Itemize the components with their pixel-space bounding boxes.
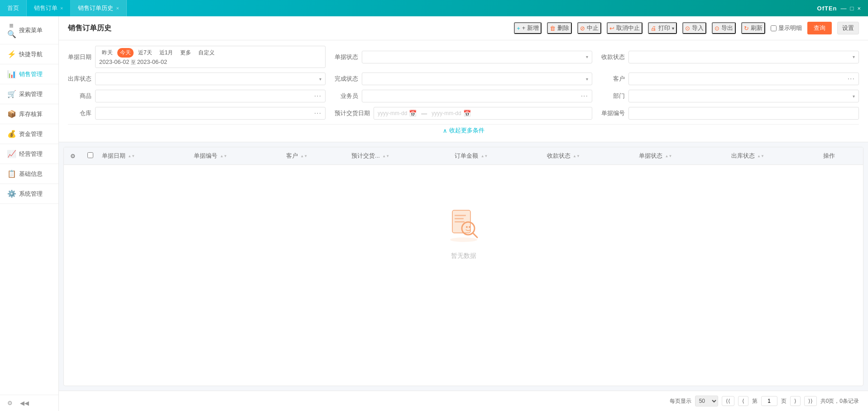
date-tab-1month[interactable]: 近1月: [157, 48, 176, 58]
tab-sales-order[interactable]: 销售订单 ×: [27, 0, 71, 16]
sidebar-item-operations[interactable]: 📈 经营管理: [0, 144, 58, 164]
base-info-icon: 📋: [7, 169, 15, 178]
customer-control[interactable]: ···: [628, 73, 859, 85]
page-size-select[interactable]: 50 20 100: [695, 396, 718, 406]
filter-department-item: 部门 ▾: [601, 90, 859, 102]
collapse-icon: ∧: [443, 127, 447, 134]
department-control[interactable]: ▾: [628, 90, 859, 102]
sidebar-item-system[interactable]: ⚙️ 系统管理: [0, 184, 58, 204]
sidebar-item-search-menu[interactable]: ≡🔍 搜索菜单: [0, 16, 58, 44]
col-bill-number-sort[interactable]: ▲▼: [220, 155, 227, 158]
export-button[interactable]: ⊙ 导出: [712, 22, 736, 34]
select-all-checkbox[interactable]: [87, 152, 93, 158]
prev-page-btn[interactable]: ⟨: [738, 396, 748, 406]
top-bar-right: OfTEn — □ ×: [817, 5, 868, 12]
export-icon: ⊙: [715, 25, 719, 32]
col-customer: 客户 ▲▼: [283, 147, 348, 165]
tab-sales-order-close[interactable]: ×: [60, 5, 63, 11]
tab-home[interactable]: 首页: [0, 0, 27, 16]
sidebar-footer: ⚙ ◀◀: [0, 395, 58, 411]
next-page-btn[interactable]: ⟩: [790, 396, 801, 406]
payment-status-arrow: ▾: [853, 54, 855, 59]
table-checkbox-col[interactable]: [82, 147, 98, 165]
content-area: 销售订单历史 + + 新增 🗑 删除 ⊘ 中止 ↩ 取消中止: [59, 16, 868, 411]
col-operation-label: 操作: [823, 152, 835, 159]
tab-sales-order-history[interactable]: 销售订单历史 ×: [71, 0, 126, 16]
display-detail-toggle[interactable]: 显示明细: [771, 24, 802, 32]
sidebar-item-finance[interactable]: 💰 资金管理: [0, 124, 58, 144]
col-bill-status-sort[interactable]: ▲▼: [665, 155, 672, 158]
bill-status-control[interactable]: ▾: [362, 51, 592, 63]
col-bill-number-label: 单据编号: [194, 152, 217, 159]
refresh-button[interactable]: ↻ 刷新: [741, 22, 765, 34]
sidebar-item-purchase-label: 采购管理: [19, 90, 43, 98]
filter-goods-item: 商品 ···: [68, 90, 326, 102]
window-close[interactable]: ×: [857, 5, 861, 12]
collapse-more-filters[interactable]: ∧ 收起更多条件: [68, 124, 859, 136]
expected-date-control[interactable]: yyyy-mm-dd 📅 — yyyy-mm-dd 📅: [374, 107, 592, 120]
delivery-status-control[interactable]: ▾: [95, 73, 326, 85]
svg-rect-4: [455, 221, 465, 222]
col-bill-status-label: 单据状态: [639, 152, 662, 159]
complete-status-control[interactable]: ▾: [362, 73, 592, 85]
window-minimize[interactable]: —: [841, 5, 847, 12]
sidebar-collapse-icon[interactable]: ◀◀: [20, 400, 29, 406]
col-payment-status-sort[interactable]: ▲▼: [573, 155, 580, 158]
col-payment-status: 收款状态 ▲▼: [543, 147, 635, 165]
display-detail-checkbox[interactable]: [771, 25, 777, 31]
table-settings-icon[interactable]: ⚙: [70, 153, 76, 160]
col-order-amount-sort[interactable]: ▲▼: [481, 155, 488, 158]
cal-start-icon[interactable]: 📅: [409, 110, 417, 117]
print-label: 打印: [658, 24, 670, 32]
sidebar-item-sales[interactable]: 📊 销售管理: [0, 64, 58, 84]
expected-date-end: yyyy-mm-dd: [432, 110, 461, 116]
sidebar-item-inventory[interactable]: 📦 库存核算: [0, 104, 58, 124]
tab-sales-order-history-close[interactable]: ×: [116, 5, 119, 11]
table-settings-col[interactable]: ⚙: [64, 147, 82, 165]
sidebar-item-system-label: 系统管理: [19, 190, 43, 198]
col-customer-sort[interactable]: ▲▼: [300, 155, 307, 158]
date-tab-today[interactable]: 今天: [117, 48, 134, 58]
col-bill-date-sort[interactable]: ▲▼: [128, 155, 135, 158]
date-range-value: 2023-06-02 至 2023-06-02: [99, 58, 321, 66]
cal-end-icon[interactable]: 📅: [463, 110, 471, 117]
display-detail-label: 显示明细: [778, 24, 802, 32]
sidebar-item-quick-nav[interactable]: ⚡ 快捷导航: [0, 44, 58, 64]
import-button[interactable]: ⊙ 导入: [682, 22, 706, 34]
window-maximize[interactable]: □: [850, 5, 854, 12]
last-page-btn[interactable]: ⟩⟩: [804, 396, 817, 406]
new-button[interactable]: + + 新增: [514, 22, 542, 34]
first-page-btn[interactable]: ⟨⟨: [722, 396, 734, 406]
delete-button[interactable]: 🗑 删除: [547, 22, 572, 34]
col-delivery-status-sort[interactable]: ▲▼: [757, 155, 764, 158]
collapse-label: 收起更多条件: [449, 126, 484, 135]
goods-control[interactable]: ···: [95, 90, 326, 102]
sidebar-item-purchase[interactable]: 🛒 采购管理: [0, 84, 58, 104]
suspend-button[interactable]: ⊘ 中止: [577, 22, 601, 34]
query-button[interactable]: 查询: [807, 22, 832, 34]
sidebar-item-operations-label: 经营管理: [19, 150, 43, 158]
salesperson-control[interactable]: ···: [362, 90, 592, 102]
page-number-input[interactable]: [761, 396, 777, 406]
delete-icon: 🗑: [550, 25, 556, 32]
sidebar-settings-icon[interactable]: ⚙: [7, 400, 13, 406]
date-tab-more[interactable]: 更多: [177, 48, 194, 58]
date-tab-yesterday[interactable]: 昨天: [99, 48, 115, 58]
filter-expected-date-item: 预计交货日期 yyyy-mm-dd 📅 — yyyy-mm-dd 📅: [335, 107, 592, 120]
print-button[interactable]: 🖨 打印: [648, 22, 677, 34]
print-icon: 🖨: [651, 25, 657, 32]
warehouse-control[interactable]: ···: [95, 107, 326, 120]
payment-status-label: 收款状态: [601, 53, 628, 61]
date-tab-7days[interactable]: 近7天: [135, 48, 155, 58]
date-tab-custom[interactable]: 自定义: [196, 48, 217, 58]
settings-button[interactable]: 设置: [837, 22, 859, 34]
col-expected-delivery-label: 预计交货...: [351, 152, 380, 159]
col-payment-status-label: 收款状态: [547, 152, 571, 159]
sidebar-item-base-info[interactable]: 📋 基础信息: [0, 164, 58, 184]
col-expected-delivery-sort[interactable]: ▲▼: [382, 155, 389, 158]
cancel-suspend-button[interactable]: ↩ 取消中止: [607, 22, 643, 34]
bill-number-control[interactable]: [628, 107, 859, 120]
payment-status-control[interactable]: ▾: [628, 51, 859, 63]
export-label: 导出: [721, 24, 733, 32]
customer-dots: ···: [848, 75, 855, 83]
